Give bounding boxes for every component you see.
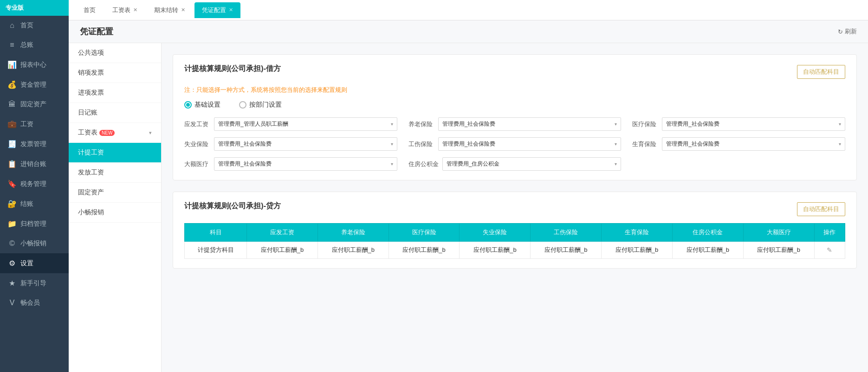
select-yanglao-value: 管理费用_社会保险费 [442,120,496,128]
form-row-shengyu: 生育保险 管理费用_社会保险费 ▾ [632,137,845,151]
form-row-yanglao: 养老保险 管理费用_社会保险费 ▾ [408,117,622,131]
nav-item-xiaochang-reimbursement[interactable]: 小畅报销 [69,203,161,223]
select-shengyu-value: 管理费用_社会保险费 [666,140,719,148]
tab-voucher-config[interactable]: 凭证配置 ✕ [194,2,240,18]
brand-label: 专业版 [0,0,69,16]
nav-label: 小畅报销 [78,208,104,217]
select-daeyiliao[interactable]: 管理费用_社会保险费 ▾ [214,157,397,171]
select-yanglao[interactable]: 管理费用_社会保险费 ▾ [438,117,622,131]
nav-item-payroll-table[interactable]: 工资表 NEW ▾ [69,123,161,143]
sidebar-item-reports[interactable]: 📊 报表中心 [0,55,69,75]
tab-payroll-close[interactable]: ✕ [133,7,137,13]
invoice-icon: 🧾 [7,140,17,148]
sidebar-item-assets[interactable]: 🏛 固定资产 [0,95,69,114]
nav-label: 日记账 [78,109,97,117]
nav-label: 销项发票 [78,69,104,77]
tab-voucher-close[interactable]: ✕ [229,7,233,13]
home-icon: ⌂ [7,21,17,30]
debit-radio-group: 基础设置 按部门设置 [184,101,845,109]
nav-item-purchase-invoice[interactable]: 进项发票 [69,83,161,103]
select-daeyiliao-value: 管理费用_社会保险费 [218,160,272,168]
cell-shiye: 应付职工薪酬_b [460,242,531,259]
select-yingfa[interactable]: 管理费用_管理人员职工薪酬 ▾ [214,117,397,131]
sidebar-item-stockbook[interactable]: 📋 进销台账 [0,154,69,174]
page-title: 凭证配置 [80,26,113,37]
form-row-gongjijin: 住房公积金 管理费用_住房公积金 ▾ [408,157,622,171]
cell-action[interactable]: ✎ [814,242,845,259]
nav-label: 固定资产 [78,188,104,197]
label-yanglao: 养老保险 [408,120,434,128]
sidebar-item-vip[interactable]: V 畅会员 [0,293,69,313]
edit-icon[interactable]: ✎ [827,246,832,254]
label-daeyiliao: 大额医疗 [184,160,210,168]
tab-payroll[interactable]: 工资表 ✕ [105,2,145,18]
select-yingfa-value: 管理费用_管理人员职工薪酬 [218,120,288,128]
sidebar-item-close[interactable]: 🔐 结账 [0,194,69,214]
chevron-down-icon: ▾ [615,161,617,167]
sidebar-item-invoice[interactable]: 🧾 发票管理 [0,134,69,154]
sidebar-item-tax[interactable]: 🔖 税务管理 [0,174,69,194]
refresh-button[interactable]: ↻ 刷新 [838,27,857,36]
xiaochang-icon: © [7,239,17,248]
cell-yanglao: 应付职工薪酬_b [317,242,389,259]
credit-auto-match-button[interactable]: 自动匹配科目 [797,202,845,216]
nav-item-fixed-assets[interactable]: 固定资产 [69,183,161,203]
nav-item-pay-salary[interactable]: 发放工资 [69,163,161,183]
form-row-yiliao: 医疗保险 管理费用_社会保险费 ▾ [632,117,845,131]
sidebar: 专业版 ⌂ 首页 ≡ 总账 📊 报表中心 💰 资金管理 🏛 固定资产 💼 工资 … [0,0,69,372]
debit-form-grid: 应发工资 管理费用_管理人员职工薪酬 ▾ 养老保险 管理费用_社会保险费 ▾ [184,117,845,171]
funds-icon: 💰 [7,80,17,89]
select-shengyu[interactable]: 管理费用_社会保险费 ▾ [662,137,845,151]
col-header-shiye: 失业保险 [460,224,531,242]
label-gongshang: 工伤保险 [408,140,434,148]
nav-item-accrual-salary[interactable]: 计提工资 [69,143,161,163]
guide-icon: ★ [7,279,17,288]
page-header: 凭证配置 ↻ 刷新 [69,20,868,43]
tab-period-close[interactable]: ✕ [181,7,185,13]
tab-period-transfer[interactable]: 期末结转 ✕ [147,2,193,18]
select-yiliao[interactable]: 管理费用_社会保险费 ▾ [662,117,845,131]
sidebar-item-label: 畅会员 [20,299,40,307]
refresh-label: 刷新 [845,27,857,36]
select-shiye[interactable]: 管理费用_社会保险费 ▾ [214,137,397,151]
nav-item-sales-invoice[interactable]: 销项发票 [69,63,161,83]
nav-label: 工资表 [78,128,97,137]
cell-gongshang: 应付职工薪酬_b [531,242,602,259]
select-yiliao-value: 管理费用_社会保险费 [666,120,719,128]
sidebar-item-label: 结账 [20,200,33,208]
cell-daeyiliao: 应付职工薪酬_b [743,242,814,259]
nav-label: 进项发票 [78,89,104,97]
sidebar-item-label: 总账 [20,41,33,49]
credit-table: 科目 应发工资 养老保险 医疗保险 失业保险 工伤保险 生育保险 住房公积金 大… [184,223,845,259]
left-nav: 公共选项 销项发票 进项发票 日记账 工资表 NEW ▾ 计提工资 发放工资 [69,43,162,372]
reports-icon: 📊 [7,60,17,69]
debit-auto-match-button[interactable]: 自动匹配科目 [797,65,845,79]
chevron-down-icon: ▾ [839,122,841,127]
tab-home[interactable]: 首页 [76,2,103,18]
topbar: 首页 工资表 ✕ 期末结转 ✕ 凭证配置 ✕ [69,0,868,20]
assets-icon: 🏛 [7,100,17,109]
sidebar-item-salary[interactable]: 💼 工资 [0,114,69,134]
cell-gongjijin: 应付职工薪酬_b [672,242,743,259]
label-shiye: 失业保险 [184,140,210,148]
sidebar-item-guide[interactable]: ★ 新手引导 [0,273,69,293]
sidebar-item-label: 税务管理 [20,180,46,188]
radio-dept-settings[interactable]: 按部门设置 [239,101,282,109]
credit-section: 计提核算规则(公司承担)-贷方 自动匹配科目 科目 应发工资 养老保险 医疗保险… [173,192,857,269]
select-gongshang[interactable]: 管理费用_社会保险费 ▾ [438,137,622,151]
select-gongjijin-value: 管理费用_住房公积金 [447,160,500,168]
sidebar-item-ledger[interactable]: ≡ 总账 [0,35,69,55]
form-row-yingfa: 应发工资 管理费用_管理人员职工薪酬 ▾ [184,117,397,131]
sidebar-item-funds[interactable]: 💰 资金管理 [0,75,69,95]
nav-item-public[interactable]: 公共选项 [69,43,161,63]
sidebar-item-xiaochang-expense[interactable]: © 小畅报销 [0,234,69,253]
sidebar-item-settings[interactable]: ⚙ 设置 [0,253,69,273]
radio-basic-settings[interactable]: 基础设置 [184,101,220,109]
select-gongjijin[interactable]: 管理费用_住房公积金 ▾ [442,157,622,171]
chevron-down-icon: ▾ [391,141,393,147]
nav-item-journal[interactable]: 日记账 [69,103,161,123]
debit-section-title: 计提核算规则(公司承担)-借方 [184,64,281,74]
sidebar-item-archive[interactable]: 📁 归档管理 [0,214,69,234]
sidebar-item-home[interactable]: ⌂ 首页 [0,16,69,35]
cell-yingfa: 应付职工薪酬_b [247,242,318,259]
